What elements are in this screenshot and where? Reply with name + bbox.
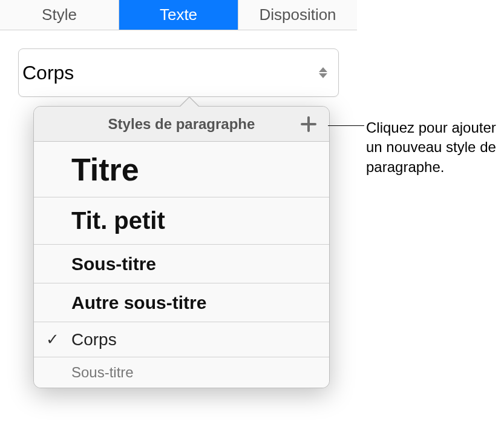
style-item-label: Titre: [71, 151, 139, 188]
style-item-label: Autre sous-titre: [71, 293, 206, 313]
chevron-updown-icon: [319, 67, 327, 78]
paragraph-styles-popover: Styles de paragraphe TitreTit. petitSous…: [33, 106, 330, 388]
paragraph-style-dropdown[interactable]: Corps: [18, 48, 339, 97]
checkmark-icon: ✓: [46, 330, 59, 349]
style-item[interactable]: Titre: [34, 142, 329, 197]
style-item[interactable]: Sous-titre: [34, 357, 329, 388]
style-item-label: Corps: [71, 330, 117, 349]
style-item[interactable]: Sous-titre: [34, 245, 329, 283]
inspector-panel: Style Texte Disposition Corps Styles de …: [0, 0, 357, 97]
callout-leader-line: [328, 125, 364, 126]
callout-text: Cliquez pour ajouter un nouveau style de…: [366, 118, 496, 177]
popover-header: Styles de paragraphe: [34, 107, 329, 142]
style-item-label: Sous-titre: [71, 364, 134, 381]
tab-style[interactable]: Style: [0, 0, 119, 30]
style-item[interactable]: Tit. petit: [34, 197, 329, 245]
style-item-label: Sous-titre: [71, 254, 156, 274]
popover-title: Styles de paragraphe: [108, 116, 255, 133]
style-item[interactable]: Autre sous-titre: [34, 283, 329, 322]
add-paragraph-style-button[interactable]: [299, 114, 318, 134]
style-item-label: Tit. petit: [71, 207, 165, 234]
paragraph-style-dropdown-label: Corps: [19, 62, 74, 84]
plus-icon: [307, 116, 310, 132]
tab-disposition[interactable]: Disposition: [238, 0, 357, 30]
tab-texte[interactable]: Texte: [119, 0, 238, 30]
style-item[interactable]: ✓Corps: [34, 322, 329, 357]
inspector-tabs: Style Texte Disposition: [0, 0, 357, 30]
paragraph-style-list: TitreTit. petitSous-titreAutre sous-titr…: [34, 142, 329, 388]
